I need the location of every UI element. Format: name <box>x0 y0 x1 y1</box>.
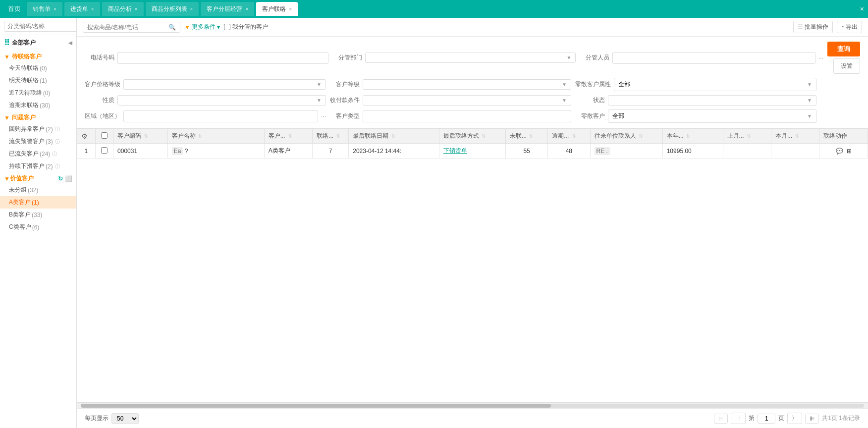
th-action-label: 联络动作 <box>823 132 847 139</box>
first-page-btn[interactable]: ⊨ <box>714 414 728 424</box>
sidebar-item-today[interactable]: 今天待联络 (0) <box>0 62 76 74</box>
filter-status-select[interactable]: ▼ <box>608 95 816 106</box>
filter-pay-cond-select[interactable]: ▼ <box>363 95 571 106</box>
nav-tab-customer-tier[interactable]: 客户分层经营 × <box>201 2 254 16</box>
td-type: A类客户 <box>264 144 312 159</box>
sidebar-item-class-a[interactable]: A类客户 (1) <box>0 196 76 209</box>
filter-retail-cust-select[interactable]: 全部 ▼ <box>608 109 816 123</box>
sidebar-item-overdue[interactable]: 逾期未联络 (30) <box>0 99 76 111</box>
table-gear-icon[interactable]: ⚙ <box>81 132 88 140</box>
th-overdue-sort[interactable]: ⇅ <box>572 133 576 139</box>
last-page-btn[interactable]: ⊫ <box>805 414 819 424</box>
filter-dept-select[interactable]: ▼ <box>365 53 576 63</box>
th-no-contact-sort[interactable]: ⇅ <box>529 133 533 139</box>
sidebar-item-7days-label: 近7天待联络 <box>9 89 42 97</box>
th-last-method-sort[interactable]: ⇅ <box>482 133 486 139</box>
sidebar-item-declining[interactable]: 持续下滑客户 (2) ⓘ <box>0 160 76 172</box>
nav-tab-purchase[interactable]: 进货单 × <box>64 2 100 16</box>
scrollbar-thumb[interactable] <box>81 404 551 408</box>
filter-status-label: 状态 <box>575 96 605 105</box>
filter-search-icon[interactable]: 🔍 <box>168 24 176 31</box>
filter-my-customers[interactable]: 我分管的客户 <box>224 23 268 31</box>
th-this-month-sort[interactable]: ⇅ <box>795 133 799 139</box>
page-num-input[interactable] <box>758 414 775 424</box>
filter-phone-input[interactable] <box>117 52 328 64</box>
th-code-sort[interactable]: ⇅ <box>144 133 148 139</box>
sidebar-value-settings-icon[interactable]: ⬜ <box>65 175 72 182</box>
sidebar-item-class-b[interactable]: B类客户 (33) <box>0 209 76 221</box>
filter-search-input[interactable] <box>87 24 166 31</box>
sidebar-item-churned-badge: (24) <box>40 151 50 158</box>
sidebar-problem-group[interactable]: ▼ 问题客户 <box>0 111 76 123</box>
sidebar-collapse-icon[interactable]: ◀ <box>68 40 72 46</box>
th-type-sort[interactable]: ⇅ <box>288 133 292 139</box>
filter-dept-label: 分管部门 <box>332 54 362 62</box>
nav-tab-customer-contact[interactable]: 客户联络 × <box>256 2 298 16</box>
th-code: 客户编码 ⇅ <box>113 129 168 144</box>
nav-tab-sales[interactable]: 销售单 × <box>27 2 62 16</box>
sidebar-search-input[interactable] <box>4 21 77 32</box>
sidebar-pending-group[interactable]: ▼ 待联络客户 <box>0 51 76 62</box>
row-checkbox[interactable] <box>101 147 108 154</box>
action-chat-icon[interactable]: 💬 <box>836 148 843 155</box>
sidebar-item-7days[interactable]: 近7天待联络 (0) <box>0 87 76 99</box>
sidebar-all-customers[interactable]: ⠿ 全部客户 ◀ <box>0 35 76 51</box>
sidebar-value-arrow[interactable]: ▼ <box>4 175 10 182</box>
filter-cust-type-input[interactable] <box>363 110 571 122</box>
nav-tab-analysis-list[interactable]: 商品分析列表 × <box>146 2 199 16</box>
action-qr-icon[interactable]: ⊞ <box>847 148 852 155</box>
th-contact-label: 联络... <box>317 132 333 139</box>
th-unit-contact-sort[interactable]: ⇅ <box>639 133 643 139</box>
filter-area-input[interactable] <box>123 110 318 122</box>
filter-more-btn[interactable]: ▼ 更多条件 ▾ <box>184 23 220 31</box>
btn-setting[interactable]: 设置 <box>833 58 860 74</box>
sidebar-item-abnormal[interactable]: 回购异常客户 (2) ⓘ <box>0 123 76 135</box>
nav-tab-sales-close[interactable]: × <box>54 6 56 12</box>
td-last-method-link[interactable]: 下销货单 <box>443 147 467 154</box>
nav-tab-analysis-list-label: 商品分析列表 <box>152 5 187 13</box>
sidebar-item-tomorrow[interactable]: 明天待联络 (1) <box>0 74 76 87</box>
page-size-select[interactable]: 50 100 200 <box>111 413 139 424</box>
filter-cust-level-select[interactable]: ▼ <box>363 79 571 90</box>
select-all-checkbox[interactable] <box>101 132 108 139</box>
horizontal-scrollbar[interactable] <box>77 402 868 408</box>
th-name-sort[interactable]: ⇅ <box>198 133 202 139</box>
nav-close-all[interactable]: × <box>860 5 864 13</box>
sidebar-item-churn-warn[interactable]: 流失预警客户 (3) ⓘ <box>0 135 76 148</box>
filter-area-dots[interactable]: ··· <box>321 113 326 120</box>
nav-tab-analysis[interactable]: 商品分析 × <box>102 2 144 16</box>
sidebar-item-churn-warn-badge: (3) <box>46 138 53 145</box>
nav-tab-analysis-close[interactable]: × <box>135 6 138 12</box>
th-contact-sort[interactable]: ⇅ <box>336 133 340 139</box>
sidebar-item-overdue-label: 逾期未联络 <box>9 101 39 109</box>
sidebar-item-declining-badge: (2) <box>46 163 53 170</box>
nav-home[interactable]: 首页 <box>4 4 25 13</box>
filter-manager-input[interactable] <box>612 52 815 64</box>
next-page-btn[interactable]: 〉 <box>787 413 802 424</box>
filter-my-checkbox[interactable] <box>224 24 230 30</box>
nav-tab-analysis-list-close[interactable]: × <box>190 6 193 12</box>
sidebar-item-today-label: 今天待联络 <box>9 64 39 72</box>
filter-nature-select[interactable]: ▼ <box>117 95 326 106</box>
th-last-month-sort[interactable]: ⇅ <box>747 133 751 139</box>
btn-export[interactable]: ↑ 导出 <box>837 21 862 33</box>
filter-retail-prop-select[interactable]: 全部 ▼ <box>614 78 816 91</box>
filter-manager-dots[interactable]: ··· <box>818 54 823 61</box>
th-last-date-sort[interactable]: ⇅ <box>391 133 395 139</box>
scrollbar-track <box>81 404 864 408</box>
sidebar-item-class-c[interactable]: C类客户 (6) <box>0 221 76 233</box>
prev-page-btn[interactable]: 〈 <box>731 413 746 424</box>
btn-query[interactable]: 查询 <box>827 42 860 56</box>
btn-batch-op[interactable]: ☰ 批量操作 <box>793 21 833 33</box>
sidebar-item-churned[interactable]: 已流失客户 (24) ⓘ <box>0 148 76 160</box>
nav-tab-purchase-close[interactable]: × <box>91 6 94 12</box>
filter-pay-cond-field: 收付款条件 ▼ <box>330 95 571 106</box>
sidebar-value-refresh-icon[interactable]: ↻ <box>58 175 63 182</box>
nav-tab-customer-contact-close[interactable]: × <box>289 6 292 12</box>
filter-dept-arrow: ▼ <box>566 55 571 60</box>
sidebar-all-customers-label: 全部客户 <box>12 39 36 47</box>
filter-price-level-select[interactable]: ▼ <box>123 79 326 90</box>
sidebar-item-unclassified[interactable]: 未分组 (32) <box>0 184 76 196</box>
nav-tab-customer-tier-close[interactable]: × <box>245 6 248 12</box>
th-this-year-sort[interactable]: ⇅ <box>686 133 690 139</box>
